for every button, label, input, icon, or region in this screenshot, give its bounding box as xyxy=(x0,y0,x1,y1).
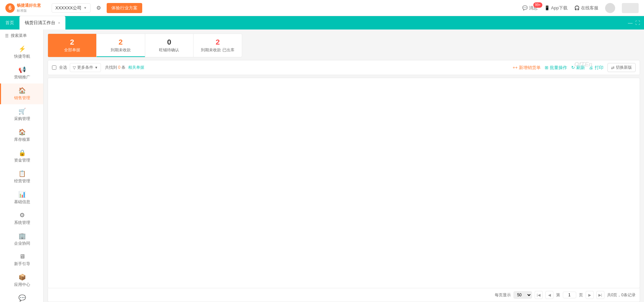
quicknav-icon: ⚡ xyxy=(18,45,26,53)
sidebar-item-appstore[interactable]: 📦 应用中心 xyxy=(0,270,43,291)
header-right: 💬 消息 99+ 📱 App下载 🎧 在线客服 xyxy=(522,3,639,13)
content-area: 2 全部单据 2 到期未收款 0 旺铺待确认 2 到期未收款 已出库 全选 xyxy=(44,29,644,302)
filter-button[interactable]: ▽ 更多条件 ▼ xyxy=(70,63,101,72)
sidebar-item-system[interactable]: ⚙ 系统管理 xyxy=(0,208,43,229)
username-display xyxy=(622,3,639,13)
basic-info-icon: 📊 xyxy=(18,191,26,198)
switch-version-button[interactable]: ⇄ 切换新版 xyxy=(607,63,636,72)
operations-icon: 📋 xyxy=(18,170,26,177)
minimize-icon[interactable]: — xyxy=(628,20,633,25)
search-icon: ☰ xyxy=(5,34,9,38)
message-button[interactable]: 💬 消息 99+ xyxy=(522,5,538,11)
tab-workbench[interactable]: 钱货日清工作台 × xyxy=(19,16,65,29)
sidebar-item-inventory[interactable]: 🏠 库存核算 xyxy=(0,125,43,146)
wechat-icon: 💬 xyxy=(18,294,26,302)
enterprise-icon: 🏢 xyxy=(18,232,26,240)
appstore-icon: 📦 xyxy=(18,274,26,281)
headset-icon: 🎧 xyxy=(574,5,580,10)
company-selector[interactable]: XXXXXX公司 ▼ xyxy=(52,3,91,13)
message-badge: 99+ xyxy=(533,2,542,8)
page-label: 第 xyxy=(556,292,560,298)
chevron-down-icon: ▼ xyxy=(84,6,87,10)
select-all-label: 全选 xyxy=(59,65,67,70)
sidebar-item-enterprise[interactable]: 🏢 企业协同 xyxy=(0,229,43,250)
all-label: 全部单据 xyxy=(64,47,80,53)
system-icon: ⚙ xyxy=(19,212,25,219)
shipped-label: 到期未收款 已出库 xyxy=(201,47,234,53)
sidebar-item-quicknav[interactable]: ⚡ 快捷导航 xyxy=(0,42,43,63)
summary-tab-shipped[interactable]: 2 到期未收款 已出库 xyxy=(194,34,242,57)
refresh-button[interactable]: ↻ 刷新 xyxy=(571,65,585,71)
summary-tab-overdue[interactable]: 2 到期未收款 xyxy=(97,34,145,57)
marketing-icon: 📢 xyxy=(18,66,26,73)
new-sale-button[interactable]: + + 新增销货单 xyxy=(513,65,541,71)
avatar[interactable] xyxy=(605,3,615,13)
sidebar: ☰ 搜索菜单 ⚡ 快捷导航 📢 营销推广 🏠 销售管理 🛒 采购管理 🏠 库存核… xyxy=(0,29,44,302)
shipped-count: 2 xyxy=(216,38,220,47)
page-input[interactable] xyxy=(563,292,576,298)
batch-operation-button[interactable]: ⊞ 批量操作 xyxy=(545,65,567,71)
sidebar-item-sales[interactable]: 🏠 销售管理 xyxy=(0,83,43,104)
expand-icon[interactable]: ⛶ xyxy=(635,20,640,25)
per-page-label: 每页显示 xyxy=(495,292,511,298)
plus-icon: + xyxy=(513,65,515,70)
print-icon: 🖨 xyxy=(589,65,593,70)
first-page-button[interactable]: |◀ xyxy=(535,291,543,299)
batch-icon: ⊞ xyxy=(545,65,548,70)
pagination: 每页显示 50 100 200 |◀ ◀ 第 页 ▶ ▶| 共0页，0条记录 xyxy=(48,288,640,302)
sidebar-item-wechat[interactable]: 💬 企业微信 xyxy=(0,291,43,302)
chevron-down-icon: ▼ xyxy=(95,66,98,69)
settings-icon[interactable]: ⚙ xyxy=(93,3,104,13)
top-header: 6 畅捷通好生意 标准版 XXXXXX公司 ▼ ⚙ 体验行业方案 💬 消息 99… xyxy=(0,0,644,16)
tab-controls: — ⛶ xyxy=(628,20,644,25)
message-icon: 💬 xyxy=(522,5,528,10)
print-button[interactable]: 🖨 打印 xyxy=(589,65,603,71)
prev-page-button[interactable]: ◀ xyxy=(545,291,553,299)
logo-area: 6 畅捷通好生意 标准版 xyxy=(5,3,49,13)
sidebar-item-purchase[interactable]: 🛒 采购管理 xyxy=(0,104,43,125)
per-page-select[interactable]: 50 100 200 xyxy=(514,291,532,299)
switch-icon: ⇄ xyxy=(611,65,614,70)
summary-tab-pending[interactable]: 0 旺铺待确认 xyxy=(145,34,194,57)
refresh-icon: ↻ xyxy=(571,65,575,70)
pending-label: 旺铺待确认 xyxy=(159,47,179,53)
all-count: 2 xyxy=(70,38,74,47)
company-name: XXXXXX公司 xyxy=(55,5,82,11)
filter-icon: ▽ xyxy=(73,65,76,70)
table-area xyxy=(48,78,640,288)
sidebar-item-search[interactable]: ☰ 搜索菜单 xyxy=(0,29,43,42)
purchase-icon: 🛒 xyxy=(18,108,26,115)
found-text: 共找到 0 条 xyxy=(105,65,125,70)
online-service-button[interactable]: 🎧 在线客服 xyxy=(574,5,598,11)
sidebar-item-finance[interactable]: 🔒 资金管理 xyxy=(0,146,43,167)
finance-icon: 🔒 xyxy=(18,149,26,157)
select-all-checkbox[interactable] xyxy=(52,65,56,70)
close-icon[interactable]: × xyxy=(58,21,60,25)
sidebar-item-basic-info[interactable]: 📊 基础信息 xyxy=(0,187,43,208)
guide-icon: 🖥 xyxy=(19,253,25,260)
tab-bar: 首页 钱货日清工作台 × — ⛶ xyxy=(0,16,644,29)
trial-button[interactable]: 体验行业方案 xyxy=(107,3,142,13)
app-subtitle: 标准版 xyxy=(17,8,41,13)
pending-count: 0 xyxy=(167,38,171,47)
sales-icon: 🏠 xyxy=(18,87,26,94)
found-count: 0 xyxy=(118,65,120,70)
app-name: 畅捷通好生意 xyxy=(17,3,41,8)
logo-icon: 6 xyxy=(5,3,15,13)
next-page-button[interactable]: ▶ xyxy=(586,291,594,299)
summary-tabs: 2 全部单据 2 到期未收款 0 旺铺待确认 2 到期未收款 已出库 xyxy=(48,34,242,57)
sidebar-item-guide[interactable]: 🖥 新手引导 xyxy=(0,250,43,270)
total-info: 共0页，0条记录 xyxy=(607,292,636,298)
sidebar-item-marketing[interactable]: 📢 营销推广 xyxy=(0,63,43,83)
summary-tab-all[interactable]: 2 全部单据 xyxy=(48,34,97,57)
page-unit: 页 xyxy=(579,292,583,298)
related-link[interactable]: 相关单据 xyxy=(128,65,144,70)
overdue-count: 2 xyxy=(119,38,123,47)
sidebar-item-operations[interactable]: 📋 经营管理 xyxy=(0,167,43,187)
download-icon: 📱 xyxy=(544,5,550,10)
inventory-icon: 🏠 xyxy=(18,128,26,136)
tab-home[interactable]: 首页 xyxy=(0,16,19,29)
toolbar: 全选 ▽ 更多条件 ▼ 共找到 0 条 相关单据 + + 新增销货单 ⊞ 批量操… xyxy=(48,60,640,75)
last-page-button[interactable]: ▶| xyxy=(596,291,604,299)
app-download-button[interactable]: 📱 App下载 xyxy=(544,5,568,11)
